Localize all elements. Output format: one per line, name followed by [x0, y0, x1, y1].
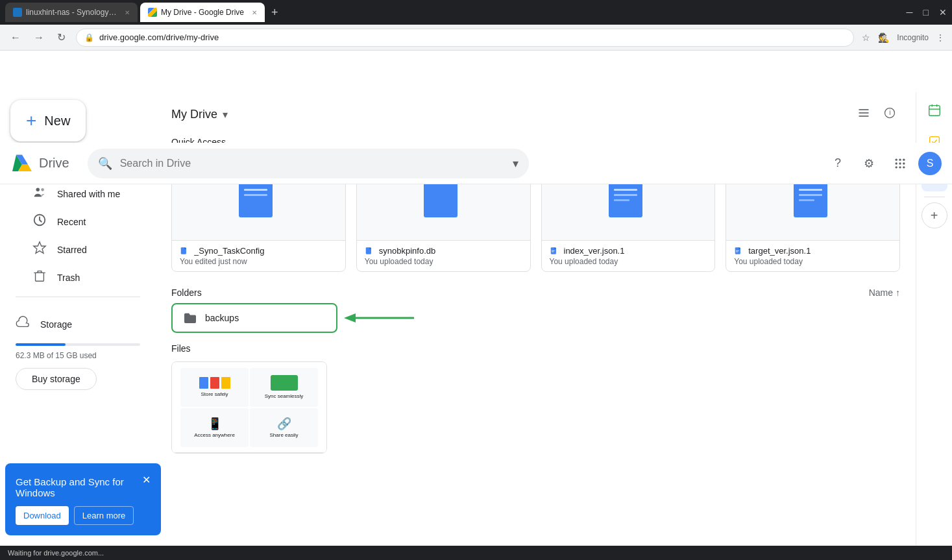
tab-synology-label: linuxhint-nas - Synology NAS [26, 8, 117, 17]
card-footer-2: index_ver.json.1 You uploaded today [542, 240, 715, 271]
address-bar-right: ☆ 🕵 Incognito ⋮ [862, 32, 944, 43]
reload-button[interactable]: ↻ [55, 29, 68, 46]
green-arrow-container [343, 308, 421, 328]
drive-logo[interactable]: Drive [10, 152, 69, 175]
close-window-button[interactable]: ✕ [939, 7, 947, 18]
card-filename-3: target_ver.json.1 [748, 246, 811, 256]
lock-icon: 🔒 [84, 33, 94, 42]
card-name-row-0: _Syno_TaskConfig [180, 246, 337, 256]
synology-favicon [13, 8, 22, 17]
folder-arrow-row: backups [171, 303, 900, 333]
card-name-row-1: synobkpinfo.db [365, 246, 522, 256]
folder-name-backups: backups [205, 313, 239, 323]
app-header: Drive 🔍 ▾ ? ⚙ [0, 143, 952, 184]
storage-bar-fill [16, 343, 66, 346]
folders-header: Folders Name ↑ [171, 287, 900, 298]
folder-item-backups[interactable]: backups [171, 303, 337, 333]
incognito-label: Incognito [897, 33, 929, 42]
sidebar-item-recent[interactable]: Recent [5, 208, 145, 236]
card-footer-0: _Syno_TaskConfig You edited just now [172, 240, 345, 271]
files-grid: Store safely Sync seamlessly 📱 Access an… [171, 361, 900, 454]
svg-point-8 [899, 162, 901, 164]
sidebar-item-starred[interactable]: Starred [5, 236, 145, 263]
svg-marker-54 [344, 313, 356, 323]
new-button[interactable]: + New [10, 100, 86, 141]
sidebar-item-shared-label: Shared with me [57, 189, 120, 199]
card-filename-1: synobkpinfo.db [379, 246, 435, 256]
buy-storage-button[interactable]: Buy storage [16, 368, 97, 390]
status-text: Waiting for drive.google.com... [8, 549, 104, 557]
search-bar[interactable]: 🔍 ▾ [88, 149, 529, 178]
storage-label: Storage [40, 319, 72, 330]
user-avatar[interactable]: S [918, 152, 942, 175]
tab-gdrive[interactable]: My Drive - Google Drive ✕ [140, 3, 265, 22]
drive-logo-svg [10, 152, 34, 175]
card-timestamp-3: You uploaded today [734, 257, 892, 266]
storage-item: Storage [16, 310, 140, 338]
svg-rect-21 [859, 112, 869, 114]
bookmark-icon[interactable]: ☆ [862, 32, 870, 43]
svg-rect-42 [551, 250, 554, 250]
svg-rect-19 [36, 273, 44, 281]
card-name-row-3: target_ver.json.1 [734, 246, 892, 256]
url-bar[interactable]: 🔒 drive.google.com/drive/my-drive [76, 29, 854, 47]
svg-rect-27 [244, 189, 267, 191]
help-button[interactable]: ? [825, 151, 851, 177]
search-input[interactable] [120, 158, 505, 169]
extension-icon[interactable]: ⋮ [936, 33, 944, 42]
search-dropdown-icon[interactable]: ▾ [513, 156, 519, 171]
sidebar-item-trash[interactable]: Trash [5, 263, 145, 291]
back-button[interactable]: ← [8, 29, 23, 46]
banner-buttons: Download Learn more [16, 506, 151, 525]
settings-button[interactable]: ⚙ [856, 151, 882, 177]
plus-icon: + [26, 110, 36, 131]
tab-synology[interactable]: linuxhint-nas - Synology NAS ✕ [5, 3, 138, 22]
tab-gdrive-close[interactable]: ✕ [252, 9, 257, 16]
incognito-icon: 🕵 [878, 32, 889, 43]
right-panel-calendar-button[interactable] [921, 97, 947, 123]
minimize-button[interactable]: ─ [907, 7, 913, 18]
svg-point-5 [899, 158, 901, 160]
svg-rect-28 [244, 194, 267, 196]
trash-icon [32, 269, 47, 286]
storage-bar-background [16, 343, 140, 346]
maximize-button[interactable]: □ [923, 7, 929, 18]
svg-rect-43 [551, 251, 554, 252]
banner-learn-button[interactable]: Learn more [74, 506, 134, 525]
banner-download-button[interactable]: Download [16, 506, 69, 525]
files-card-welcome[interactable]: Store safely Sync seamlessly 📱 Access an… [171, 361, 327, 454]
svg-point-9 [903, 162, 905, 164]
svg-rect-47 [799, 194, 822, 196]
tab-synology-close[interactable]: ✕ [125, 9, 130, 16]
sort-button[interactable]: Name ↑ [869, 287, 900, 298]
card-file-icon-2 [550, 247, 559, 256]
storage-section: Storage 62.3 MB of 15 GB used Buy storag… [5, 302, 151, 398]
url-text: drive.google.com/drive/my-drive [99, 32, 219, 42]
svg-rect-48 [799, 199, 814, 201]
card-name-row-2: index_ver.json.1 [550, 246, 707, 256]
green-arrow-svg [343, 308, 421, 328]
card-timestamp-2: You uploaded today [550, 257, 707, 266]
new-button-label: New [44, 114, 70, 128]
list-view-button[interactable] [853, 103, 874, 127]
info-button[interactable]: i [879, 103, 900, 127]
svg-rect-55 [929, 106, 940, 116]
storage-cloud-icon [16, 315, 30, 333]
apps-button[interactable] [887, 151, 913, 177]
svg-rect-38 [614, 194, 637, 196]
drive-title-button[interactable]: My Drive ▾ [171, 108, 228, 121]
banner-close-button[interactable]: ✕ [142, 474, 151, 486]
forward-button[interactable]: → [31, 29, 47, 46]
svg-point-7 [896, 162, 897, 164]
svg-point-4 [896, 158, 897, 160]
address-bar: ← → ↻ 🔒 drive.google.com/drive/my-drive … [0, 25, 952, 51]
tab-gdrive-label: My Drive - Google Drive [161, 8, 244, 17]
search-icon: 🔍 [98, 156, 112, 171]
folders-title: Folders [171, 287, 202, 298]
svg-point-16 [41, 188, 44, 191]
files-section: Files [171, 343, 900, 454]
card-file-icon-3 [734, 247, 743, 256]
new-tab-button[interactable]: + [267, 6, 282, 19]
drive-title-dropdown-icon: ▾ [223, 108, 228, 121]
right-panel-add-button[interactable]: + [921, 202, 947, 228]
